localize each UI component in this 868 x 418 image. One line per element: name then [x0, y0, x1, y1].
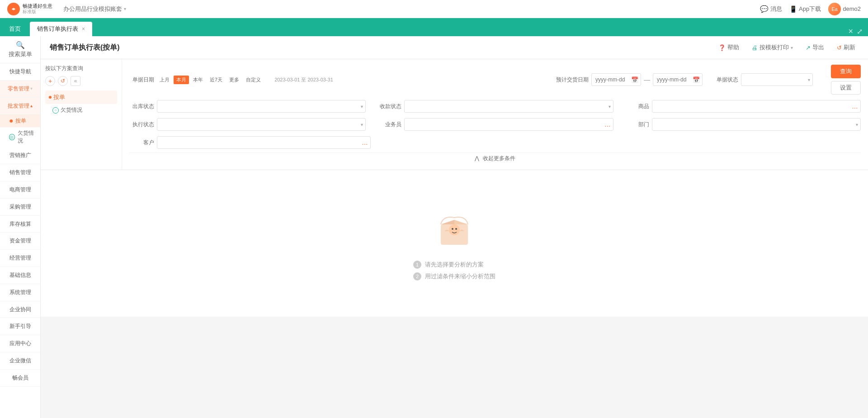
sidebar-item-apps[interactable]: 应用中心: [0, 335, 40, 352]
header-left: 畅捷通好生意 标准版 办公用品行业模拟账套 ▾: [7, 3, 126, 15]
salesperson-more-icon[interactable]: …: [604, 121, 611, 128]
sidebar: 🔍 搜索菜单 快捷导航 零售管理 ▾ 批发管理 ▴ ● 按单 ◎ 欠货情况 营销…: [0, 36, 41, 418]
department-wrap: ▾: [652, 118, 861, 131]
app-download-button[interactable]: 📱 App下载: [789, 5, 821, 13]
logo-area: 畅捷通好生意 标准版: [7, 3, 52, 15]
tab-controls: × ⤢: [843, 27, 868, 36]
btn-this-year[interactable]: 本年: [190, 76, 206, 84]
sidebar-search[interactable]: 🔍 搜索菜单: [0, 36, 40, 63]
export-button[interactable]: ↗ 导出: [802, 42, 828, 53]
sidebar-item-inventory[interactable]: 库存核算: [0, 216, 40, 233]
date-quick-group: 上月 本月 本年 近7天 更多 自定义: [157, 76, 264, 84]
exec-status-select[interactable]: [157, 118, 366, 131]
top-header: 畅捷通好生意 标准版 办公用品行业模拟账套 ▾ 💬 消息 📱 App下载 Ea …: [0, 0, 868, 18]
sidebar-item-system[interactable]: 系统管理: [0, 284, 40, 301]
refresh-button[interactable]: ↺ 刷新: [833, 42, 859, 53]
btn-custom[interactable]: 自定义: [243, 76, 264, 84]
sidebar-item-newuser[interactable]: 新手引导: [0, 318, 40, 335]
salesperson-input[interactable]: [404, 118, 613, 131]
sidebar-sub-item-by-order[interactable]: ● 按单: [0, 114, 40, 127]
scheme-dot-icon: [49, 96, 52, 99]
empty-state: 1 请先选择要分析的方案 2 用过滤条件来缩小分析范围: [41, 170, 868, 317]
sidebar-item-retail[interactable]: 零售管理 ▾: [0, 81, 40, 98]
scheme-panel: 按以下方案查询 + ↺ « 按单 ○ 欠货情况: [41, 59, 122, 170]
action-buttons: 查询 设置: [831, 65, 861, 95]
goods-input[interactable]: [652, 100, 861, 113]
salesperson-field: 业务员 …: [377, 118, 613, 131]
goods-input-wrap: …: [652, 100, 861, 113]
filter-container: 按以下方案查询 + ↺ « 按单 ○ 欠货情况: [41, 59, 868, 170]
page-title: 销售订单执行表(按单): [50, 43, 120, 52]
calendar-to-icon[interactable]: 📅: [693, 76, 700, 83]
collapse-arrow-icon: ⋀: [475, 155, 479, 162]
setting-button[interactable]: 设置: [831, 81, 861, 95]
collapse-more-button[interactable]: ⋀ 收起更多条件: [129, 152, 861, 164]
goods-more-icon[interactable]: …: [852, 103, 858, 110]
salesperson-input-wrap: …: [404, 118, 613, 131]
customer-more-icon[interactable]: …: [362, 139, 368, 146]
goods-field: 商品 …: [624, 100, 861, 113]
breadcrumb[interactable]: 办公用品行业模拟账套 ▾: [63, 5, 126, 13]
sidebar-item-enterprise[interactable]: 企业协同: [0, 301, 40, 318]
tab-bar: 首页 销售订单执行表 × × ⤢: [0, 18, 868, 36]
scheme-item-by-order[interactable]: 按单: [45, 90, 117, 104]
refresh-scheme-button[interactable]: ↺: [58, 76, 68, 86]
sidebar-item-sales[interactable]: 销售管理: [0, 164, 40, 181]
page-content: 销售订单执行表(按单) ❓ 帮助 🖨 按模板打印 ▾ ↗ 导出 ↺ 刷新: [41, 36, 868, 418]
department-field: 部门 ▾: [624, 118, 861, 131]
tab-home[interactable]: 首页: [2, 22, 28, 36]
doc-status-select-wrap: ▾: [741, 73, 813, 86]
sidebar-item-marketing[interactable]: 营销推广: [0, 147, 40, 164]
calendar-from-icon[interactable]: 📅: [631, 76, 638, 83]
expected-date-label: 预计交货日期: [556, 76, 589, 84]
add-scheme-button[interactable]: +: [45, 76, 55, 86]
tip-num-1: 1: [413, 261, 421, 269]
sidebar-item-basic[interactable]: 基础信息: [0, 267, 40, 284]
user-profile[interactable]: Ea demo2: [828, 3, 861, 15]
sidebar-item-finance[interactable]: 资金管理: [0, 233, 40, 250]
sidebar-item-management[interactable]: 经营管理: [0, 250, 40, 267]
refresh-icon: ↺: [837, 44, 842, 51]
goods-label: 商品: [624, 103, 649, 110]
empty-tip-1: 1 请先选择要分析的方案: [413, 261, 495, 269]
department-select[interactable]: [652, 118, 861, 131]
template-print-button[interactable]: 🖨 按模板打印 ▾: [748, 42, 797, 53]
sidebar-item-shortcut[interactable]: 快捷导航: [0, 63, 40, 81]
payment-status-wrap: ▾: [404, 100, 613, 113]
btn-last-7days[interactable]: 近7天: [207, 76, 225, 84]
sidebar-item-purchase[interactable]: 采购管理: [0, 199, 40, 216]
scheme-panel-title: 按以下方案查询: [45, 65, 117, 72]
logo-text: 畅捷通好生意 标准版: [23, 3, 52, 14]
empty-tips: 1 请先选择要分析的方案 2 用过滤条件来缩小分析范围: [413, 261, 495, 280]
btn-last-month[interactable]: 上月: [157, 76, 172, 84]
sidebar-sub-item-shortage[interactable]: ◎ 欠货情况: [0, 127, 40, 147]
btn-this-month[interactable]: 本月: [174, 76, 189, 84]
tab-sales-order[interactable]: 销售订单执行表 ×: [30, 22, 92, 36]
sidebar-item-wholesale[interactable]: 批发管理 ▴: [0, 98, 40, 115]
customer-field: 客户 …: [129, 136, 371, 149]
help-button[interactable]: ❓ 帮助: [715, 42, 743, 53]
delivery-status-select[interactable]: [157, 100, 366, 113]
message-button[interactable]: 💬 消息: [760, 5, 782, 13]
svg-point-3: [452, 228, 453, 230]
filter-row-2: 出库状态 ▾ 收款状态: [129, 100, 861, 113]
customer-input-wrap: …: [157, 136, 371, 149]
query-button[interactable]: 查询: [831, 65, 861, 78]
customer-input[interactable]: [157, 136, 371, 149]
minimize-icon[interactable]: ×: [848, 27, 853, 36]
payment-status-select[interactable]: [404, 100, 613, 113]
filter-fields: 单据日期 上月 本月 本年 近7天 更多 自定义 2023-03-01 至 20…: [122, 59, 868, 170]
scheme-item-shortage[interactable]: ○ 欠货情况: [45, 104, 117, 116]
btn-more[interactable]: 更多: [226, 76, 242, 84]
sidebar-item-ecommerce[interactable]: 电商管理: [0, 181, 40, 199]
doc-status-label: 单据状态: [713, 76, 738, 84]
sidebar-item-member[interactable]: 畅会员: [0, 370, 40, 387]
collapse-scheme-button[interactable]: «: [71, 76, 80, 86]
page-header: 销售订单执行表(按单) ❓ 帮助 🖨 按模板打印 ▾ ↗ 导出 ↺ 刷新: [41, 36, 868, 59]
tab-close-icon[interactable]: ×: [82, 26, 85, 32]
doc-status-select[interactable]: [741, 73, 813, 86]
maximize-icon[interactable]: ⤢: [857, 27, 863, 36]
doc-date-field: 单据日期 上月 本月 本年 近7天 更多 自定义: [129, 76, 264, 84]
sidebar-item-wechat[interactable]: 企业微信: [0, 352, 40, 370]
print-arrow-icon: ▾: [791, 45, 793, 50]
